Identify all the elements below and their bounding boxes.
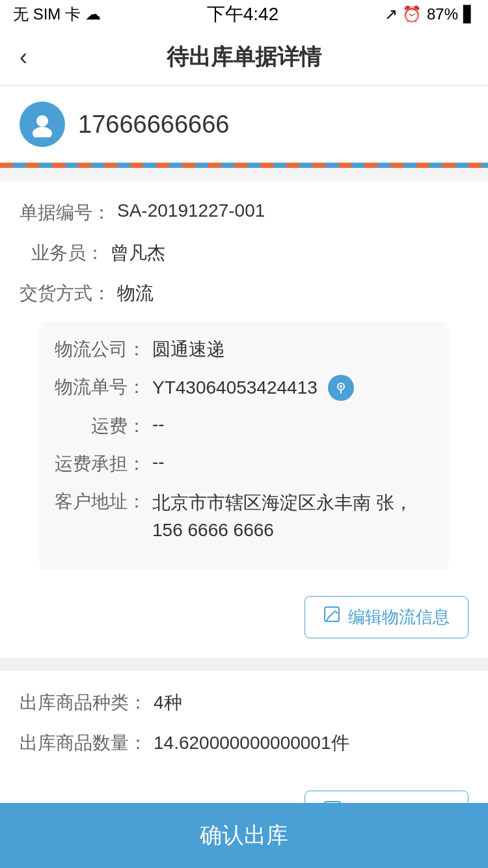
svg-line-6 xyxy=(328,611,335,618)
map-pin-icon xyxy=(334,381,348,395)
section-divider-1 xyxy=(0,658,488,671)
user-phone: 17666666666 xyxy=(78,111,229,139)
logistics-card: 物流公司： 圆通速递 物流单号： YT43064053424413 xyxy=(39,321,449,570)
goods-type-row: 出库商品种类： 4种 xyxy=(20,690,468,715)
logistics-company-value: 圆通速递 xyxy=(152,337,433,362)
battery-level: 87% xyxy=(427,5,458,23)
avatar-icon xyxy=(29,111,55,137)
order-no-value: SA-20191227-001 xyxy=(117,200,468,221)
confirm-btn-label: 确认出库 xyxy=(200,821,288,850)
svg-point-3 xyxy=(340,385,342,388)
salesman-value: 曾凡杰 xyxy=(111,241,468,265)
basic-info-section: 单据编号： SA-20191227-001 业务员： 曾凡杰 交货方式： 物流 … xyxy=(0,181,488,583)
address-label: 客户地址： xyxy=(55,489,152,514)
freight-row: 运费： -- xyxy=(55,414,433,439)
freight-bearer-row: 运费承担： -- xyxy=(55,452,433,476)
nav-bar: ‹ 待出库单据详情 xyxy=(0,29,488,86)
delivery-method-value: 物流 xyxy=(117,281,468,306)
page: 无 SIM 卡 ☁ 下午4:42 ↗ ⏰ 87% ▋ ‹ 待出库单据详情 176… xyxy=(0,0,488,868)
back-button[interactable]: ‹ xyxy=(20,44,27,71)
svg-point-1 xyxy=(33,127,52,137)
goods-section: 出库商品种类： 4种 出库商品数量： 14.620000000000001件 xyxy=(0,671,488,784)
pencil-icon xyxy=(323,606,342,624)
goods-type-value: 4种 xyxy=(154,690,182,715)
dashed-separator xyxy=(0,163,488,168)
address-value: 北京市市辖区海淀区永丰南 张，156 6666 6666 xyxy=(152,489,433,544)
edit-logistics-button[interactable]: 编辑物流信息 xyxy=(305,596,468,638)
freight-bearer-label: 运费承担： xyxy=(55,452,152,476)
battery-bar: ▋ xyxy=(463,5,475,23)
tracking-number: YT43064053424413 xyxy=(152,377,318,398)
freight-bearer-value: -- xyxy=(152,452,433,472)
goods-quantity-label: 出库商品数量： xyxy=(20,731,154,755)
svg-line-8 xyxy=(327,618,328,621)
goods-type-label: 出库商品种类： xyxy=(20,690,154,715)
svg-line-7 xyxy=(335,611,338,614)
location-icon[interactable] xyxy=(328,375,354,401)
status-time: 下午4:42 xyxy=(207,2,279,27)
delivery-method-label: 交货方式： xyxy=(20,281,117,306)
edit-btn-label: 编辑物流信息 xyxy=(348,606,450,629)
address-row: 客户地址： 北京市市辖区海淀区永丰南 张，156 6666 6666 xyxy=(55,489,433,544)
status-left: 无 SIM 卡 ☁ xyxy=(13,4,101,25)
page-title: 待出库单据详情 xyxy=(167,42,321,72)
confirm-button[interactable]: 确认出库 xyxy=(0,803,488,868)
order-no-row: 单据编号： SA-20191227-001 xyxy=(20,200,468,225)
user-header: 17666666666 xyxy=(0,86,488,163)
edit-icon xyxy=(323,606,342,629)
logistics-company-row: 物流公司： 圆通速递 xyxy=(55,337,433,362)
back-icon: ‹ xyxy=(20,44,27,70)
logistics-tracking-value: YT43064053424413 xyxy=(152,375,433,401)
status-right: ↗ ⏰ 87% ▋ xyxy=(385,5,475,23)
delivery-method-row: 交货方式： 物流 xyxy=(20,281,468,306)
edit-btn-row: 编辑物流信息 xyxy=(0,583,488,658)
logistics-company-label: 物流公司： xyxy=(55,337,152,362)
goods-quantity-value: 14.620000000000001件 xyxy=(154,731,349,755)
salesman-row: 业务员： 曾凡杰 xyxy=(20,241,468,265)
logistics-tracking-label: 物流单号： xyxy=(55,375,152,400)
logistics-tracking-row: 物流单号： YT43064053424413 xyxy=(55,375,433,401)
salesman-label: 业务员： xyxy=(20,241,111,265)
status-bar: 无 SIM 卡 ☁ 下午4:42 ↗ ⏰ 87% ▋ xyxy=(0,0,488,29)
battery-icon: ↗ ⏰ xyxy=(385,5,422,23)
goods-quantity-row: 出库商品数量： 14.620000000000001件 xyxy=(20,731,468,755)
freight-value: -- xyxy=(152,414,433,435)
freight-label: 运费： xyxy=(55,414,152,439)
order-no-label: 单据编号： xyxy=(20,200,117,225)
svg-point-0 xyxy=(36,115,48,127)
avatar xyxy=(20,102,65,147)
sim-status: 无 SIM 卡 ☁ xyxy=(13,4,101,25)
